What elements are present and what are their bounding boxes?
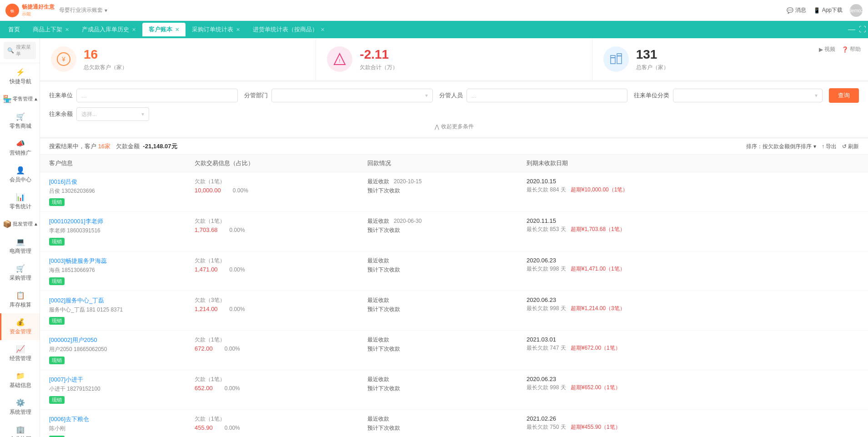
due-date-1: 2020.11.15 最长欠款 853 天 超期¥1,703.68（1笔）	[527, 217, 859, 233]
customer-name-4[interactable]: [000002]用户2050	[49, 337, 97, 343]
sidebar-item-operation[interactable]: 📈 经营管理	[0, 340, 40, 367]
sidebar-item-batch-mgmt[interactable]: 📦 批发管理 ▲	[0, 215, 40, 233]
view-icon: ▶	[819, 46, 823, 53]
due-date-6: 2021.02.26 最长欠款 750 天 超期¥455.90（1笔）	[527, 415, 859, 431]
customer-name-0[interactable]: [0016]吕俊	[49, 178, 77, 185]
collection-4: 最近收款 预计下次收款	[367, 336, 527, 353]
th-due-date: 到期未收款日期	[527, 159, 859, 167]
collection-1: 最近收款 2020-06-30 预计下次收款	[367, 217, 527, 234]
customer-name-2[interactable]: [0003]畅捷服务尹海蕊	[49, 257, 107, 264]
balance-arrow-icon: ▾	[141, 111, 144, 117]
stat-info-total: 131 总客户（家）	[636, 47, 669, 72]
base-info-icon: 📁	[16, 372, 25, 380]
sidebar-item-retail-mall[interactable]: 🛒 零售商城	[0, 108, 40, 135]
debt-amount-0: 10,000.00	[195, 187, 221, 194]
export-icon: ↑	[822, 143, 824, 150]
filter-select-balance[interactable]: 选择... ▾	[76, 107, 149, 121]
debt-info-4: 欠款（1笔） 672.00 0.00%	[195, 336, 367, 352]
customer-name-3[interactable]: [0002]服务中心_丁磊	[49, 297, 104, 304]
svg-text:畅: 畅	[10, 9, 14, 13]
overdue-6[interactable]: 超期¥455.90（1笔）	[571, 423, 621, 431]
content: ¥ 16 总欠款客户（家） !	[40, 38, 868, 437]
filter-input-person[interactable]: ...	[467, 89, 628, 102]
sidebar-search-inner[interactable]: 🔍 搜索菜单	[4, 42, 36, 59]
collapse-bar[interactable]: ⋀ 收起更多条件	[49, 121, 859, 132]
close-tab-purchase-order[interactable]: ✕	[236, 27, 240, 33]
tab-customer-account[interactable]: 客户账本 ✕	[142, 23, 186, 36]
sidebar-search[interactable]: 🔍 搜索菜单	[0, 38, 40, 63]
customer-name-1[interactable]: [0001020001]李老师	[49, 218, 103, 225]
stat-info-debt: -2.11 欠款合计（万）	[360, 47, 398, 72]
tag-1: 现销	[49, 238, 65, 246]
sidebar-item-marketing[interactable]: 📣 营销推广	[0, 135, 40, 161]
filter-label-person: 分管人员	[439, 91, 463, 100]
batch-mgmt-arrow: ▲	[34, 221, 38, 226]
overdue-2[interactable]: 超期¥1,471.00（1笔）	[571, 265, 625, 273]
export-btn[interactable]: ↑ 导出	[822, 143, 837, 151]
due-date-3: 2020.06.23 最长欠款 998 天 超期¥1,214.00（3笔）	[527, 296, 859, 312]
collapse-icon: ⋀	[435, 124, 439, 130]
app-tag: 示能	[22, 11, 55, 17]
view-help-area: ▶ 视频 ❓ 帮助	[819, 45, 861, 53]
download-btn[interactable]: 📱 App下载	[813, 6, 843, 14]
close-tab-product-manage[interactable]: ✕	[65, 27, 69, 33]
tab-product-history[interactable]: 产成品入库单历史 ✕	[75, 23, 142, 36]
close-tab-import-stats[interactable]: ✕	[321, 27, 325, 33]
batch-mgmt-icon: 📦	[3, 220, 12, 228]
filter-select-dept[interactable]: ▾	[271, 89, 433, 102]
sidebar-item-quick-nav[interactable]: ⚡ 快捷导航	[0, 63, 40, 90]
sidebar-item-purchase[interactable]: 🛒 采购管理	[0, 260, 40, 286]
collection-2: 最近收款 预计下次收款	[367, 257, 527, 274]
help-btn[interactable]: ❓ 帮助	[842, 45, 861, 53]
stat-card-total: 131 总客户（家）	[592, 38, 868, 80]
overdue-0[interactable]: 超期¥10,000.00（1笔）	[571, 186, 628, 194]
close-tab-customer-account[interactable]: ✕	[175, 27, 179, 33]
result-info: 搜索结果中，客户 16家 欠款金额 -21,148.07元	[49, 142, 177, 151]
customer-info-6: [0006]去下粮仓 陈小刚 现销	[49, 415, 195, 437]
customer-info-5: [0007]小进干 小进干 18279152100 现销	[49, 376, 195, 404]
tab-import-stats[interactable]: 进货单统计表（按商品） ✕	[246, 23, 331, 36]
avatar[interactable]: demo2	[850, 4, 863, 17]
maximize-icon[interactable]: ⛶	[859, 25, 866, 34]
customer-name-6[interactable]: [0006]去下粮仓	[49, 416, 89, 422]
customer-info-2: [0003]畅捷服务尹海蕊 海燕 18513066976 现销	[49, 257, 195, 285]
overdue-4[interactable]: 超期¥672.00（1笔）	[571, 344, 621, 352]
refresh-btn[interactable]: ↺ 刷新	[842, 143, 859, 151]
minimize-icon[interactable]: —	[848, 25, 855, 34]
tab-product-manage[interactable]: 商品上下架 ✕	[26, 23, 75, 36]
debt-info-5: 欠款（1笔） 652.00 0.00%	[195, 376, 367, 392]
stat-label-total: 总客户（家）	[636, 64, 669, 71]
customer-name-5[interactable]: [0007]小进干	[49, 376, 83, 383]
result-count: 16家	[98, 143, 110, 150]
debt-label-0: 欠款（1笔）	[195, 178, 367, 186]
category-arrow-icon: ▾	[815, 92, 818, 99]
table-row: [0007]小进干 小进干 18279152100 现销 欠款（1笔） 652.…	[40, 370, 868, 410]
tab-home[interactable]: 首页	[2, 23, 26, 36]
logo-icon: 畅	[5, 4, 19, 17]
sidebar-item-enterprise[interactable]: 🏢 企业协同	[0, 421, 40, 437]
result-text-static: 搜索结果中，客户	[49, 143, 96, 150]
sidebar-item-member[interactable]: 👤 会员中心	[0, 161, 40, 188]
overdue-3[interactable]: 超期¥1,214.00（3笔）	[571, 305, 625, 312]
sidebar-item-inventory[interactable]: 📋 库存核算	[0, 286, 40, 313]
query-button[interactable]: 查询	[829, 88, 859, 103]
overdue-5[interactable]: 超期¥652.00（1笔）	[571, 384, 621, 392]
sidebar-item-ecommerce[interactable]: 💻 电商管理	[0, 233, 40, 260]
close-tab-product-history[interactable]: ✕	[132, 27, 136, 33]
tab-purchase-order[interactable]: 采购订单统计表 ✕	[186, 23, 246, 36]
sidebar-item-retail-stats[interactable]: 📊 零售统计	[0, 188, 40, 215]
filter-label-dept: 分管部门	[244, 91, 268, 100]
filter-input-unit[interactable]: ...	[76, 89, 238, 102]
sidebar-item-base-info[interactable]: 📁 基础信息	[0, 367, 40, 394]
sidebar-item-system[interactable]: ⚙️ 系统管理	[0, 394, 40, 421]
debt-ratio-0: 0.00%	[233, 187, 248, 194]
overdue-1[interactable]: 超期¥1,703.68（1笔）	[571, 226, 625, 233]
search-icon: 🔍	[7, 47, 14, 54]
stats-row: ¥ 16 总欠款客户（家） !	[40, 38, 868, 80]
view-btn[interactable]: ▶ 视频	[819, 45, 835, 53]
message-btn[interactable]: 💬 消息	[787, 6, 806, 14]
sidebar-item-retail-mgmt[interactable]: 🏪 零售管理 ▲	[0, 90, 40, 108]
filter-select-category[interactable]: ▾	[673, 89, 823, 102]
sidebar-item-finance[interactable]: 💰 资金管理	[0, 313, 40, 340]
sort-select[interactable]: 排序：按欠款金额倒序排序 ▾	[746, 143, 816, 151]
